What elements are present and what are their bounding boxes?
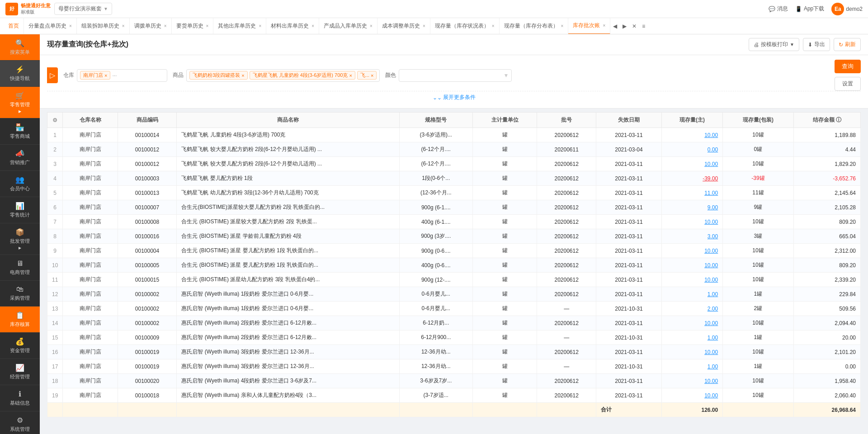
color-input[interactable]: ▼ bbox=[399, 69, 512, 82]
operations-icon: 📈 bbox=[15, 363, 24, 372]
table-row: 7 南岸门店 00100008 合生元 (BIOSTIME) 派星较大婴儿配方奶… bbox=[47, 215, 861, 229]
nav-prev-icon[interactable]: ◀ bbox=[610, 23, 620, 29]
close-icon[interactable]: × bbox=[603, 23, 605, 28]
remove-warehouse-icon[interactable]: × bbox=[104, 73, 107, 78]
remove-product-icon[interactable]: × bbox=[371, 73, 373, 78]
close-icon[interactable]: × bbox=[370, 24, 373, 28]
filter-row: ▷ 仓库 南岸门店 × ··· 商品 bbox=[47, 60, 861, 91]
tab-4[interactable]: 要货单历史 × bbox=[172, 18, 214, 34]
col-checkbox[interactable]: ⚙ bbox=[47, 113, 63, 128]
sidebar-item-quick-nav[interactable]: ⚡ 快捷导航 bbox=[0, 61, 40, 87]
nav-next-icon[interactable]: ▶ bbox=[620, 23, 629, 29]
table-row: 10 南岸门店 00100005 合生元 (BIOSTIME) 派星 婴儿配方奶… bbox=[47, 258, 861, 273]
query-button[interactable]: 查询 bbox=[835, 60, 861, 73]
warehouse-tag: 南岸门店 × bbox=[80, 71, 110, 80]
sidebar-item-members[interactable]: 👥 会员中心 bbox=[0, 171, 40, 197]
sidebar-item-retail-stats[interactable]: 📊 零售统计 bbox=[0, 197, 40, 223]
more-options-icon[interactable]: ··· bbox=[112, 72, 117, 79]
tab-1[interactable]: 分量盘点单历史 × bbox=[24, 18, 77, 34]
total-row: 合计 126.00 26,968.64 bbox=[47, 403, 861, 417]
table-row: 6 南岸门店 00100007 合生元(BIOSTIME)派星较大婴儿配方奶粉 … bbox=[47, 200, 861, 215]
remove-product-icon[interactable]: × bbox=[241, 73, 244, 78]
col-amount: 结存金额 ⓘ bbox=[793, 113, 860, 128]
sidebar-item-inventory[interactable]: 📋 库存核算 bbox=[0, 307, 40, 333]
col-qty-main: 现存量(主) bbox=[661, 113, 722, 128]
close-icon[interactable]: × bbox=[311, 24, 314, 28]
phone-icon: 📱 bbox=[795, 6, 802, 12]
tab-5[interactable]: 其他出库单历史 × bbox=[213, 18, 266, 34]
table-row: 1 南岸门店 00100014 飞鹤星飞帆 儿童奶粉 4段(3-6岁适用) 70… bbox=[47, 128, 861, 142]
close-icon[interactable]: × bbox=[423, 24, 425, 28]
sidebar-item-retail-mgmt[interactable]: 🛒 零售管理 ▶ bbox=[0, 87, 40, 118]
sidebar-item-system[interactable]: ⚙ 系统管理 bbox=[0, 411, 40, 434]
filter-toggle-button[interactable]: ▷ bbox=[47, 67, 58, 83]
col-batch: 批号 bbox=[537, 113, 596, 128]
total-amount: 26,968.64 bbox=[793, 403, 860, 417]
chevron-down-icon: ⌄⌄ bbox=[433, 94, 442, 101]
close-icon[interactable]: × bbox=[259, 24, 261, 28]
sidebar-item-operations[interactable]: 📈 经营管理 bbox=[0, 359, 40, 385]
col-code: 商品编码 bbox=[118, 113, 177, 128]
avatar: Ea bbox=[831, 3, 844, 15]
tab-8[interactable]: 成本调整单历史 × bbox=[377, 18, 430, 34]
sidebar-item-wholesale[interactable]: 📦 批发管理 ▶ bbox=[0, 223, 40, 255]
sidebar-item-finance[interactable]: 💰 资金管理 bbox=[0, 333, 40, 359]
col-spec: 规格型号 bbox=[399, 113, 472, 128]
export-button[interactable]: ⬇ 导出 bbox=[803, 38, 830, 51]
sidebar-item-ecommerce[interactable]: 🖥 电商管理 bbox=[0, 255, 40, 281]
warehouse-input[interactable]: 南岸门店 × ··· bbox=[77, 69, 167, 82]
table-row: 3 南岸门店 00100012 飞鹤星飞帆 较大婴儿配方奶粉 2段(6-12个月… bbox=[47, 157, 861, 171]
expand-conditions-button[interactable]: ⌄⌄ 展开更多条件 bbox=[47, 91, 861, 104]
tab-11[interactable]: 库存批次账 × bbox=[568, 18, 610, 34]
tab-9[interactable]: 现存量（库存状况表） × bbox=[430, 18, 500, 34]
warehouse-label: 仓库 bbox=[63, 71, 74, 79]
nav-menu-icon[interactable]: ≡ bbox=[639, 23, 648, 29]
cart-icon: 🛒 bbox=[15, 91, 24, 100]
stats-icon: 📊 bbox=[15, 202, 24, 210]
sidebar-item-marketing[interactable]: 📣 营销推广 bbox=[0, 145, 40, 171]
nav-close-icon[interactable]: ✕ bbox=[629, 23, 639, 29]
wholesale-icon: 📦 bbox=[15, 228, 24, 236]
close-icon[interactable]: × bbox=[164, 24, 167, 28]
user-area[interactable]: Ea demo2 bbox=[831, 3, 863, 15]
product-tag-1: 飞鹤奶粉3段四罐搭装 × bbox=[189, 71, 248, 80]
table-row: 11 南岸门店 00100015 合生元 (BIOSTIME) 派星幼儿配方奶粉… bbox=[47, 273, 861, 287]
table-row: 17 南岸门店 00100019 惠氏启智 (Wyeth illuma) 3段奶… bbox=[47, 359, 861, 374]
close-icon[interactable]: × bbox=[561, 24, 564, 28]
chevron-down-icon: ▼ bbox=[104, 6, 108, 11]
settings-icon[interactable]: ⚙ bbox=[52, 117, 57, 123]
close-icon[interactable]: × bbox=[492, 24, 495, 28]
chevron-down-icon: ▼ bbox=[790, 42, 794, 47]
sidebar-item-basic-info[interactable]: ℹ 基础信息 bbox=[0, 385, 40, 411]
remove-product-icon[interactable]: × bbox=[349, 73, 352, 78]
finance-icon: 💰 bbox=[15, 337, 24, 346]
content-area: 现存量查询(按仓库+批次) 🖨 查询 按模板打印 ▼ ⬇ 导出 ↻ 刷新 bbox=[40, 34, 868, 434]
app-download-btn[interactable]: 📱 App下载 bbox=[795, 5, 824, 13]
arrow-icon: ▶ bbox=[19, 246, 21, 250]
close-icon[interactable]: × bbox=[122, 24, 125, 28]
product-input[interactable]: 飞鹤奶粉3段四罐搭装 × 飞鹤星飞帆 儿童奶粉 4段(3-6岁适用) 700克 … bbox=[186, 69, 380, 82]
print-button[interactable]: 🖨 查询 按模板打印 ▼ bbox=[749, 38, 799, 51]
tab-2[interactable]: 组装拆卸单历史 × bbox=[77, 18, 130, 34]
table-row: 15 南岸门店 00100009 惠氏启智 (Wyeth illuma) 2段奶… bbox=[47, 330, 861, 345]
message-btn[interactable]: 💬 消息 bbox=[769, 5, 788, 13]
tab-10[interactable]: 现存量（库存分布表） × bbox=[500, 18, 569, 34]
setting-button[interactable]: 设置 bbox=[835, 77, 861, 91]
org-selector[interactable]: 母婴行业演示账套 ▼ bbox=[54, 3, 112, 15]
color-dropdown-icon: ▼ bbox=[504, 72, 509, 79]
sidebar-item-purchase[interactable]: 🛍 采购管理 bbox=[0, 281, 40, 307]
table-row: 12 南岸门店 00100002 惠氏启智 (Wyeth illuma) 1段奶… bbox=[47, 287, 861, 302]
tab-6[interactable]: 材料出库单历史 × bbox=[266, 18, 319, 34]
table-footer: 合计 126.00 26,968.64 bbox=[47, 403, 861, 417]
tab-7[interactable]: 产成品入库单历史 × bbox=[319, 18, 377, 34]
sidebar-item-search[interactable]: 🔍 搜索英单 bbox=[0, 34, 40, 61]
close-icon[interactable]: × bbox=[69, 24, 72, 28]
sidebar-item-retail-shop[interactable]: 🏪 零售商城 bbox=[0, 118, 40, 145]
tab-home[interactable]: 首页 bbox=[4, 18, 24, 34]
close-icon[interactable]: × bbox=[206, 24, 209, 28]
tab-3[interactable]: 调拨单历史 × bbox=[130, 18, 172, 34]
table-row: 9 南岸门店 00100004 合生元 (BIOSTIME) 派星 婴儿配方奶粉… bbox=[47, 244, 861, 258]
page-header: 现存量查询(按仓库+批次) 🖨 查询 按模板打印 ▼ ⬇ 导出 ↻ 刷新 bbox=[40, 34, 868, 55]
refresh-button[interactable]: ↻ 刷新 bbox=[834, 38, 861, 51]
table-header-row: ⚙ 仓库名称 商品编码 商品名称 规格型号 主计量单位 批号 失效日期 现存量(… bbox=[47, 113, 861, 128]
